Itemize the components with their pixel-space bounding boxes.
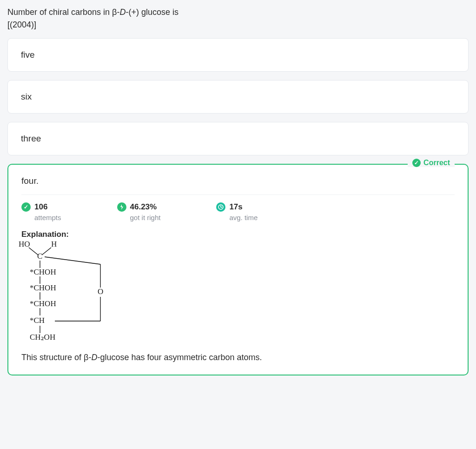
question-prefix: Number of chiral carbons in <box>7 7 112 17</box>
question-text: Number of chiral carbons in β-D-(+) gluc… <box>7 7 469 17</box>
option-label: six <box>21 92 32 101</box>
svg-line-2 <box>42 248 51 255</box>
bolt-icon <box>117 202 126 212</box>
correct-badge: ✓ Correct <box>408 159 455 167</box>
stat-time-value: 17s <box>229 202 242 212</box>
struct-choh-3: *CHOH <box>30 300 56 308</box>
correct-badge-label: Correct <box>423 159 450 167</box>
struct-h: H <box>51 240 57 248</box>
expl-prefix: This structure of <box>21 353 84 362</box>
correct-answer-card: ✓ Correct four. ✓ 106 attempts 46.23% go… <box>7 164 469 375</box>
stat-attempts-value: 106 <box>34 202 47 212</box>
stats-row: ✓ 106 attempts 46.23% got it right 17s a… <box>21 202 455 221</box>
struct-c: C <box>37 252 42 260</box>
struct-o: O <box>98 288 103 295</box>
explanation-text: This structure of β-D-glucose has four a… <box>21 353 455 362</box>
divider <box>21 194 455 195</box>
expl-suffix: -glucose has four asymmetric carbon atom… <box>97 353 262 362</box>
stat-right-label: got it right <box>130 214 161 221</box>
stat-attempts: ✓ 106 attempts <box>21 202 61 221</box>
explanation-title: Explanation: <box>21 230 455 239</box>
check-icon: ✓ <box>412 159 421 167</box>
option-label: three <box>21 134 41 143</box>
stat-got-right: 46.23% got it right <box>117 202 161 221</box>
question-suffix: -(+) glucose is <box>126 7 178 17</box>
correct-answer-text: four. <box>21 176 455 186</box>
stat-right-value: 46.23% <box>130 202 157 212</box>
check-icon: ✓ <box>21 202 31 212</box>
option-label: five <box>21 50 35 60</box>
question-d: D <box>119 7 126 17</box>
expl-beta: β- <box>84 353 91 362</box>
expl-d: D <box>91 353 97 362</box>
option-a[interactable]: five <box>7 38 469 72</box>
option-c[interactable]: three <box>7 122 469 155</box>
stat-attempts-label: attempts <box>34 214 61 221</box>
struct-ho: HO <box>19 240 30 248</box>
clock-icon <box>216 202 225 212</box>
question-beta: β- <box>112 7 119 17</box>
struct-choh-2: *CHOH <box>30 284 56 292</box>
stat-avg-time: 17s avg. time <box>216 202 258 221</box>
stat-time-label: avg. time <box>229 214 258 221</box>
glucose-structure: HO H C *CHOH *CHOH *CHOH *CH O CH₂OH <box>21 241 119 348</box>
option-b[interactable]: six <box>7 80 469 114</box>
svg-line-1 <box>29 248 38 255</box>
question-meta: [(2004)] <box>7 20 469 30</box>
struct-ch: *CH <box>30 316 45 324</box>
struct-choh-1: *CHOH <box>30 268 56 276</box>
struct-ch2oh: CH₂OH <box>30 333 55 341</box>
svg-line-3 <box>45 257 100 264</box>
